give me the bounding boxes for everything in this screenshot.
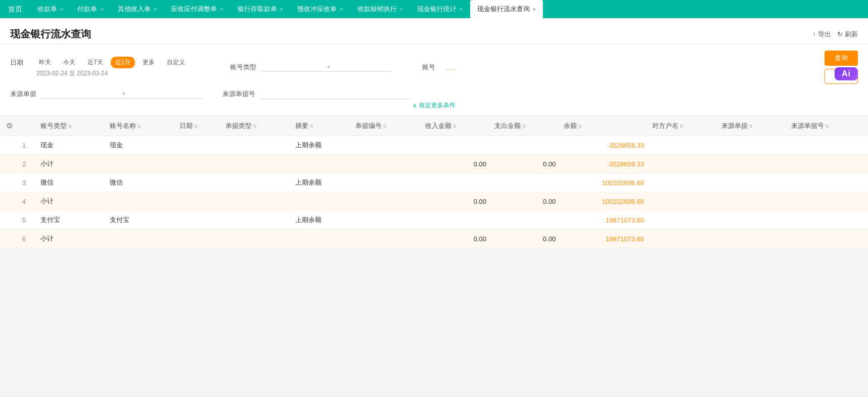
close-icon-0[interactable]: × bbox=[60, 0, 63, 18]
col-summary[interactable]: 摘要⇅ bbox=[291, 116, 352, 136]
ai-button[interactable]: Ai bbox=[835, 67, 858, 80]
filter-area: 日期 昨天 今天 近7天 近1月 更多 自定义 2023-02-24 至 202… bbox=[0, 45, 868, 116]
date-btn-today[interactable]: 今天 bbox=[59, 57, 80, 68]
close-icon-3[interactable]: × bbox=[220, 0, 223, 18]
col-num bbox=[18, 116, 36, 136]
date-label: 日期 bbox=[10, 58, 30, 67]
nav-item-8[interactable]: 现金银行流水查询 × bbox=[470, 0, 543, 18]
nav-item-1[interactable]: 付款单 × bbox=[70, 0, 110, 18]
refresh-button[interactable]: ↻ 刷新 bbox=[837, 30, 858, 39]
page-title: 现金银行流水查询 bbox=[10, 27, 91, 41]
date-btn-more[interactable]: 更多 bbox=[138, 57, 159, 68]
col-balance[interactable]: 余额⇅ bbox=[560, 116, 648, 136]
source-doc-dropdown-icon: ▾ bbox=[122, 91, 200, 97]
col-account-type[interactable]: 账号类型⇅ bbox=[36, 116, 106, 136]
source-doc-select[interactable]: ▾ bbox=[40, 90, 202, 99]
close-icon-1[interactable]: × bbox=[100, 0, 103, 18]
nav-item-3[interactable]: 应收应付调整单 × bbox=[164, 0, 230, 18]
date-btn-custom[interactable]: 自定义 bbox=[162, 57, 190, 68]
col-counterparty[interactable]: 对方户名⇅ bbox=[648, 116, 717, 136]
table-row: 1现金现金上期余额-3528659.33 bbox=[0, 136, 868, 155]
date-btn-7days[interactable]: 近7天 bbox=[83, 57, 108, 68]
col-income[interactable]: 收入金额⇅ bbox=[421, 116, 490, 136]
table-row: 5支付宝支付宝上期余额19871073.60 bbox=[0, 211, 868, 230]
filter-row-2: 来源单据 ▾ 来源单据号 bbox=[10, 89, 858, 99]
account-type-label: 账号类型 bbox=[230, 63, 256, 72]
collapse-icon: ∧ bbox=[413, 102, 417, 109]
account-ellipsis-button[interactable]: ... bbox=[446, 63, 456, 72]
nav-item-5[interactable]: 预收冲应收单 × bbox=[290, 0, 350, 18]
export-icon: ↑ bbox=[813, 30, 816, 38]
col-account-name[interactable]: 账号名称⇅ bbox=[106, 116, 175, 136]
date-shortcuts: 昨天 今天 近7天 近1月 更多 自定义 bbox=[34, 57, 190, 68]
close-icon-2[interactable]: × bbox=[154, 0, 157, 18]
nav-home[interactable]: 首页 bbox=[0, 0, 30, 18]
col-date[interactable]: 日期⇅ bbox=[175, 116, 222, 136]
account-label: 账号 bbox=[422, 63, 442, 72]
table-wrapper: ⚙ 账号类型⇅ 账号名称⇅ 日期⇅ 单据类型⇅ 摘要⇅ bbox=[0, 116, 868, 248]
close-icon-8[interactable]: × bbox=[533, 0, 536, 18]
close-icon-5[interactable]: × bbox=[340, 0, 343, 18]
col-doc-no[interactable]: 单据编号⇅ bbox=[351, 116, 421, 136]
nav-item-6[interactable]: 收款核销执行 × bbox=[350, 0, 410, 18]
date-btn-yesterday[interactable]: 昨天 bbox=[34, 57, 56, 68]
nav-item-7[interactable]: 现金银行统计 × bbox=[410, 0, 470, 18]
nav-item-4[interactable]: 银行存取款单 × bbox=[231, 0, 290, 18]
table-row: 4小计0.000.00100102606.60 bbox=[0, 192, 868, 211]
nav-item-2[interactable]: 其他收入单 × bbox=[111, 0, 164, 18]
export-button[interactable]: ↑ 导出 bbox=[813, 30, 832, 39]
close-icon-6[interactable]: × bbox=[400, 0, 403, 18]
col-source-doc[interactable]: 来源单据⇅ bbox=[717, 116, 787, 136]
gear-icon[interactable]: ⚙ bbox=[6, 121, 13, 130]
table-row: 6小计0.000.0019871073.60 bbox=[0, 230, 868, 248]
source-doc-label: 来源单据 bbox=[10, 90, 36, 99]
account-type-select[interactable]: ▾ bbox=[260, 63, 392, 72]
col-doc-type[interactable]: 单据类型⇅ bbox=[221, 116, 291, 136]
refresh-icon: ↻ bbox=[837, 30, 843, 38]
header-actions: ↑ 导出 ↻ 刷新 bbox=[813, 30, 858, 39]
nav-item-0[interactable]: 收款单 × bbox=[30, 0, 70, 18]
data-table: ⚙ 账号类型⇅ 账号名称⇅ 日期⇅ 单据类型⇅ 摘要⇅ bbox=[0, 116, 868, 248]
query-button[interactable]: 查询 bbox=[825, 51, 858, 66]
close-icon-7[interactable]: × bbox=[460, 0, 463, 18]
collapse-button[interactable]: ∧ 收起更多条件 bbox=[413, 101, 455, 110]
table-row: 2小计0.000.00-3528659.33 bbox=[0, 155, 868, 173]
col-settings[interactable]: ⚙ bbox=[0, 116, 18, 136]
source-doc-no-label: 来源单据号 bbox=[222, 90, 255, 99]
dropdown-arrow-icon: ▾ bbox=[327, 64, 390, 70]
filter-row-1: 日期 昨天 今天 近7天 近1月 更多 自定义 2023-02-24 至 202… bbox=[10, 51, 858, 84]
close-icon-4[interactable]: × bbox=[280, 0, 283, 18]
col-expense[interactable]: 支出金额⇅ bbox=[490, 116, 560, 136]
table-header-row: ⚙ 账号类型⇅ 账号名称⇅ 日期⇅ 单据类型⇅ 摘要⇅ bbox=[0, 116, 868, 136]
date-btn-1month[interactable]: 近1月 bbox=[111, 57, 135, 68]
table-row: 3微信微信上期余额100102606.60 bbox=[0, 173, 868, 192]
date-range-text: 2023-02-24 至 2023-03-24 bbox=[36, 70, 108, 77]
top-nav: 首页 收款单 × 付款单 × 其他收入单 × 应收应付调整单 × 银行存取款单 … bbox=[0, 0, 868, 18]
collapse-row: ∧ 收起更多条件 bbox=[10, 101, 858, 110]
col-source-doc-no[interactable]: 来源单据号⇅ bbox=[787, 116, 868, 136]
page-header: 现金银行流水查询 ↑ 导出 ↻ 刷新 Ai bbox=[0, 18, 868, 45]
source-doc-no-input[interactable] bbox=[259, 89, 411, 99]
